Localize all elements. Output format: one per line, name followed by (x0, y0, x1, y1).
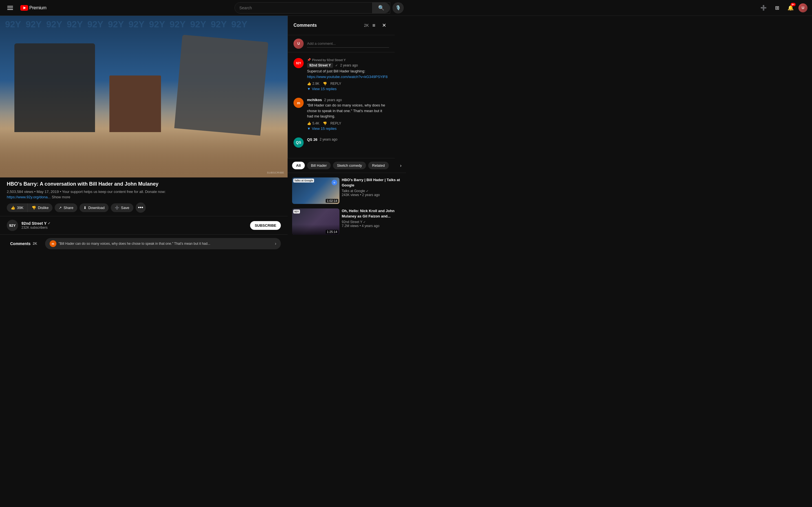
comment-likes: 2.9K (312, 82, 319, 86)
related-video-item[interactable]: Talks at Google G 1:02:14 HBO's Barry | … (288, 175, 406, 206)
channel-icon-overlay: Talks at Google (293, 179, 314, 182)
related-section: All Bill Hader Sketch comedy Related › T… (288, 158, 406, 253)
comment-avatar: QS (294, 137, 304, 148)
chips-next-button[interactable]: › (400, 163, 402, 168)
video-player[interactable]: 92Y92Y 92Y92Y 92Y92Y 92Y92Y 92Y92Y 92Y92… (0, 16, 288, 177)
comment-actions: 👍 5.4K 👎 REPLY (307, 121, 389, 125)
comment-author-line: 92nd Street Y ✓ 2 years ago (307, 63, 389, 68)
voice-search-button[interactable]: 🎙️ (393, 2, 404, 13)
video-scene: 92Y92Y 92Y92Y 92Y92Y 92Y92Y 92Y92Y 92Y92… (0, 16, 288, 177)
comment-item: 92Y 📌 Pinned by 92nd Street Y 92nd Stree… (288, 55, 395, 94)
share-icon: ↗ (59, 206, 62, 210)
more-icon: ••• (138, 205, 143, 211)
view-replies-button[interactable]: ▼ View 15 replies (307, 87, 337, 91)
related-video-item[interactable]: 92Y 1:25:14 Oh, Hello: Nick Kroll and Jo… (288, 206, 406, 237)
comment-likes: 5.4K (312, 121, 319, 125)
menu-button[interactable] (4, 2, 16, 13)
search-button[interactable]: 🔍 (372, 3, 390, 13)
close-comments-button[interactable]: ✕ (379, 20, 389, 31)
add-comment-input[interactable] (307, 40, 389, 48)
like-count: 39K (17, 206, 23, 210)
share-label: Share (63, 206, 73, 210)
user-avatar: U (294, 39, 304, 49)
channel-avatar-text: 92Y (9, 223, 15, 228)
pinned-text: Pinned by 92nd Street Y (312, 58, 346, 62)
channel-info: 92nd Street Y ✓ 232K subscribers (21, 221, 247, 230)
comment-avatar-text: 92Y (296, 62, 301, 65)
comment-dislike-button[interactable]: 👎 (323, 82, 327, 86)
channel-name: 92nd Street Y ✓ (21, 221, 247, 226)
close-icon: ✕ (382, 22, 386, 29)
preview-avatar: m (50, 240, 56, 247)
view-replies-button[interactable]: ▼ View 15 replies (307, 126, 337, 131)
right-column: Comments 2K ≡ ✕ U 92Y (288, 16, 406, 253)
comment-like-button[interactable]: 👍 5.4K (307, 121, 319, 125)
related-time: 2 years ago (362, 193, 380, 197)
comments-label: Comments (10, 241, 31, 246)
comment-like-button[interactable]: 👍 2.9K (307, 82, 319, 86)
save-button[interactable]: ➕ Save (111, 203, 133, 212)
comment-author: mchikos (307, 98, 322, 102)
mic-icon: 🎙️ (395, 5, 401, 10)
comment-dislike-button[interactable]: 👎 (323, 121, 327, 125)
donate-link-line: https://www.92y.org/dona... Show more (7, 195, 281, 199)
comment-author-line: mchikos 2 years ago (307, 98, 389, 102)
comment-avatar: m (294, 98, 304, 108)
related-title: HBO's Barry | Bill Hader | Talks at Goog… (342, 177, 402, 187)
show-more-button[interactable]: Show more (52, 195, 70, 199)
comments-panel-count: 2K (364, 23, 369, 27)
filter-chip-bill-hader[interactable]: Bill Hader (307, 162, 331, 169)
replies-count: View 15 replies (312, 126, 337, 131)
main-container: 92Y92Y 92Y92Y 92Y92Y 92Y92Y 92Y92Y 92Y92… (0, 16, 406, 253)
dislike-button[interactable]: 👎 Dislike (28, 203, 52, 212)
download-button[interactable]: ⬇ Download (80, 203, 109, 212)
filter-chip-sketch-comedy[interactable]: Sketch comedy (333, 162, 366, 169)
comments-bar-count: 2K (33, 242, 37, 245)
comment-body: mchikos 2 years ago "Bill Hader can do s… (307, 98, 389, 131)
thumbs-up-icon: 👍 (307, 121, 311, 125)
thumbs-down-icon: 👎 (323, 82, 327, 86)
comments-list: 92Y 📌 Pinned by 92nd Street Y 92nd Stree… (288, 52, 395, 158)
download-icon: ⬇ (84, 206, 87, 210)
donate-link[interactable]: https://www.92y.org/dona... (7, 195, 51, 199)
search-input[interactable] (235, 3, 372, 13)
comment-body: QS 26 2 years ago (307, 137, 389, 148)
chevron-down-icon: ▼ (307, 87, 311, 91)
comments-panel-title: Comments (294, 23, 362, 28)
like-dislike-area: 👍 39K 👎 Dislike (7, 203, 52, 212)
comment-link[interactable]: https://www.youtube.com/watch?v=kG349PSY… (307, 75, 388, 79)
add-comment-area: U (288, 35, 395, 52)
comment-item: QS QS 26 2 years ago (288, 134, 395, 151)
like-button[interactable]: 👍 39K (7, 203, 28, 212)
more-options-button[interactable]: ••• (136, 203, 146, 213)
upload-date: May 17, 2019 (37, 189, 59, 194)
sort-comments-button[interactable]: ≡ (369, 20, 379, 31)
search-area: 🔍 🎙️ (235, 2, 404, 13)
reply-button[interactable]: REPLY (331, 82, 341, 86)
thumbs-down-icon: 👎 (32, 206, 36, 210)
sort-icon: ≡ (372, 22, 375, 29)
brand-name: Premium (29, 5, 47, 10)
comment-preview-bar[interactable]: m "Bill Hader can do so many voices, why… (45, 238, 281, 249)
share-button[interactable]: ↗ Share (55, 203, 77, 212)
thumbs-down-icon: 👎 (323, 121, 327, 125)
subscribe-button[interactable]: SUBSCRIBE (250, 221, 281, 230)
comment-author: 92nd Street Y (307, 63, 333, 68)
comment-actions: 👍 2.9K 👎 REPLY (307, 82, 389, 86)
filter-chip-related[interactable]: Related (368, 162, 389, 169)
separator: • (359, 224, 362, 228)
verified-icon: ✓ (366, 189, 368, 193)
video-title: HBO's Barry: A conversation with Bill Ha… (7, 181, 281, 187)
preview-avatar-text: m (52, 242, 54, 245)
youtube-logo-icon (20, 5, 28, 11)
save-label: Save (121, 206, 130, 210)
video-duration: 1:25:14 (326, 230, 338, 234)
comments-header: Comments 2K ≡ ✕ (288, 16, 395, 35)
comment-avatar-text: m (297, 101, 300, 105)
comments-tab[interactable]: Comments 2K (7, 239, 41, 248)
filter-chip-all[interactable]: All (292, 162, 305, 169)
reply-button[interactable]: REPLY (331, 121, 341, 125)
dislike-label: Dislike (38, 206, 49, 210)
search-icon: 🔍 (378, 5, 384, 11)
video-info: HBO's Barry: A conversation with Bill Ha… (0, 177, 288, 216)
